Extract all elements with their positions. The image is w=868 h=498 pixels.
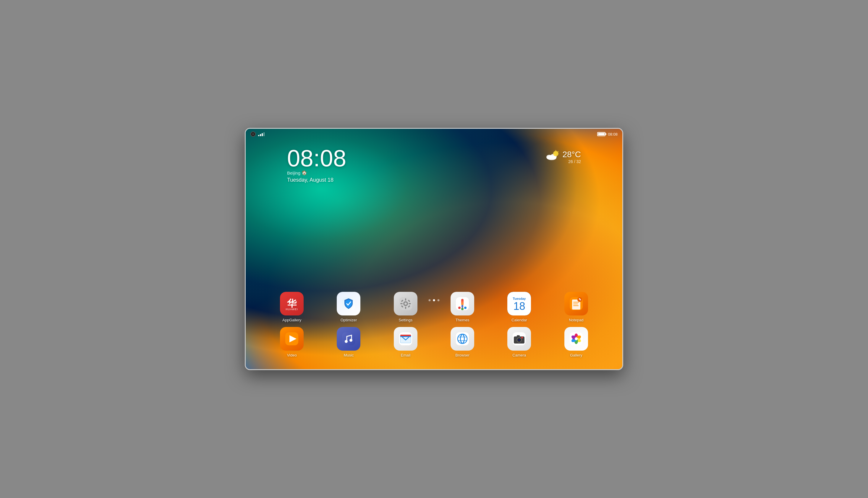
app-item-calendar[interactable]: Tuesday 18 Calendar [500, 292, 538, 322]
weather-widget: 28°C 26 / 32 [545, 149, 581, 164]
app-row-1: 华 HUAWEI AppGallery [264, 292, 604, 322]
clock-date: Tuesday, August 18 [287, 177, 346, 183]
svg-point-3 [553, 151, 559, 156]
weather-info: 28°C 26 / 32 [562, 150, 581, 164]
app-grid: 华 HUAWEI AppGallery [246, 292, 622, 357]
notepad-icon: ✎ [564, 292, 588, 315]
svg-point-51 [518, 339, 520, 341]
svg-rect-21 [461, 299, 463, 305]
svg-point-36 [345, 340, 348, 343]
svg-rect-12 [405, 298, 406, 301]
svg-point-24 [461, 308, 463, 310]
app-item-optimizer[interactable]: Optimizer [329, 292, 368, 322]
status-right: 08:08 [597, 132, 617, 136]
status-time: 08:08 [608, 132, 617, 136]
device-frame: 08:08 08:08 Beijing 🏠 Tuesday, August 18 [245, 128, 623, 370]
svg-point-52 [521, 337, 523, 339]
svg-rect-41 [400, 336, 411, 337]
app-item-email[interactable]: Email [386, 327, 425, 357]
appgallery-label: AppGallery [282, 318, 301, 322]
svg-rect-40 [400, 335, 411, 336]
app-item-video[interactable]: Video [272, 327, 311, 357]
svg-text:华: 华 [287, 298, 297, 309]
app-item-settings[interactable]: Settings [386, 292, 425, 322]
front-camera [251, 131, 256, 137]
battery-icon [597, 132, 605, 136]
svg-point-11 [405, 302, 407, 305]
camera-icon [507, 327, 531, 351]
svg-point-23 [458, 306, 461, 309]
app-item-appgallery[interactable]: 华 HUAWEI AppGallery [272, 292, 311, 322]
weather-range: 26 / 32 [562, 159, 581, 164]
themes-label: Themes [456, 318, 470, 322]
svg-rect-15 [409, 303, 411, 304]
browser-icon [450, 327, 474, 351]
settings-label: Settings [398, 318, 412, 322]
video-label: Video [287, 353, 297, 357]
svg-rect-29 [573, 304, 578, 304]
svg-text:✎: ✎ [578, 298, 581, 301]
browser-label: Browser [455, 353, 470, 357]
settings-icon [394, 292, 418, 315]
app-item-camera[interactable]: Camera [500, 327, 538, 357]
app-item-themes[interactable]: Themes [443, 292, 482, 322]
svg-rect-22 [461, 305, 463, 308]
status-bar: 08:08 [246, 129, 622, 140]
optimizer-label: Optimizer [341, 318, 357, 322]
app-item-browser[interactable]: Browser [443, 327, 482, 357]
calendar-label: Calendar [511, 318, 527, 322]
gallery-label: Gallery [570, 353, 582, 357]
gallery-icon [564, 327, 588, 351]
email-icon [394, 327, 418, 351]
svg-rect-30 [573, 305, 578, 306]
svg-rect-35 [342, 332, 355, 345]
status-left [251, 131, 265, 137]
app-item-gallery[interactable]: Gallery [557, 327, 596, 357]
app-item-notepad[interactable]: ✎ Notepad [557, 292, 596, 322]
music-label: Music [344, 353, 354, 357]
weather-temp: 28°C [562, 150, 581, 159]
calendar-number: 18 [513, 301, 525, 312]
svg-rect-28 [573, 302, 579, 302]
svg-text:HUAWEI: HUAWEI [285, 308, 298, 311]
video-icon [280, 327, 304, 351]
clock-widget: 08:08 Beijing 🏠 Tuesday, August 18 [287, 146, 346, 183]
clock-location: Beijing 🏠 [287, 170, 307, 175]
app-row-2: Video [264, 327, 604, 357]
svg-point-61 [575, 337, 578, 340]
svg-rect-53 [517, 335, 520, 337]
signal-icon [258, 132, 265, 136]
optimizer-icon [337, 292, 360, 315]
svg-rect-14 [400, 303, 403, 304]
music-icon [337, 327, 360, 351]
appgallery-icon: 华 HUAWEI [280, 292, 304, 315]
svg-point-37 [349, 339, 353, 342]
email-label: Email [401, 353, 411, 357]
notepad-label: Notepad [569, 318, 583, 322]
weather-icon [545, 149, 559, 164]
calendar-icon: Tuesday 18 [507, 292, 531, 315]
svg-point-25 [464, 306, 467, 309]
app-item-music[interactable]: Music [329, 327, 368, 357]
camera-label: Camera [512, 353, 526, 357]
svg-rect-13 [405, 306, 406, 309]
svg-line-5 [558, 151, 559, 152]
themes-icon [450, 292, 474, 315]
clock-time: 08:08 [287, 146, 346, 170]
